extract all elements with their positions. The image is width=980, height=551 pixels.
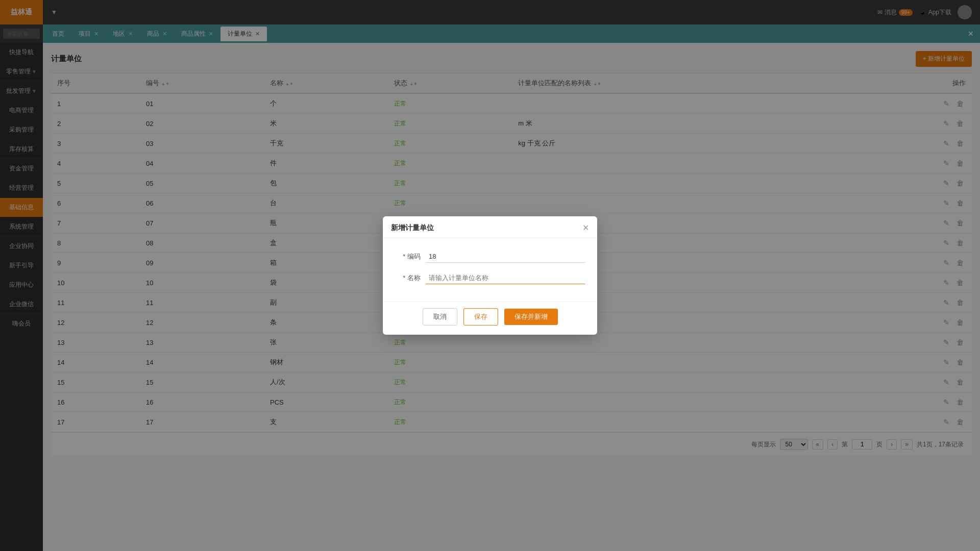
- cancel-button[interactable]: 取消: [423, 308, 457, 325]
- modal-close-btn[interactable]: ✕: [582, 224, 589, 232]
- save-new-button[interactable]: 保存并新增: [504, 309, 558, 325]
- modal-header: 新增计量单位 ✕: [383, 216, 597, 238]
- name-form-row: * 名称: [395, 272, 585, 284]
- save-button[interactable]: 保存: [463, 308, 498, 325]
- modal-footer: 取消 保存 保存并新增: [383, 302, 597, 335]
- modal-body: * 编码 * 名称: [383, 238, 597, 302]
- code-input[interactable]: [426, 251, 585, 263]
- modal-title: 新增计量单位: [391, 223, 434, 233]
- code-form-row: * 编码: [395, 251, 585, 263]
- code-label: * 编码: [395, 252, 426, 261]
- name-input[interactable]: [426, 272, 585, 284]
- name-label: * 名称: [395, 273, 426, 283]
- modal-overlay: 新增计量单位 ✕ * 编码 * 名称 取消 保存 保存并新增: [0, 0, 980, 551]
- add-unit-modal: 新增计量单位 ✕ * 编码 * 名称 取消 保存 保存并新增: [383, 216, 597, 335]
